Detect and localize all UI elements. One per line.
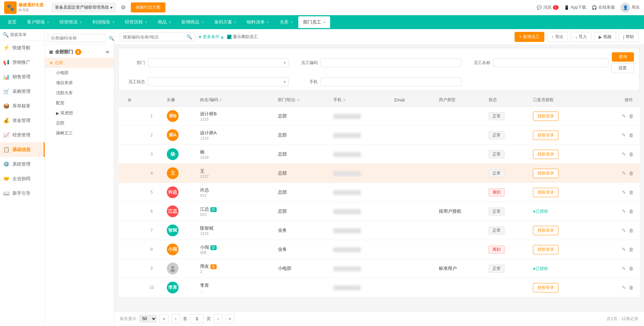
- tab-operations[interactable]: 经营情况 ×: [55, 16, 87, 28]
- tab-barcode[interactable]: 条码方案 ×: [209, 16, 241, 28]
- sidebar-item-quick-nav[interactable]: ⚡ 快捷导航: [0, 41, 45, 55]
- close-icon[interactable]: ×: [145, 20, 147, 24]
- collapse-icon[interactable]: ≪: [105, 50, 110, 54]
- close-icon[interactable]: ×: [169, 20, 171, 24]
- auth-login-button[interactable]: 授权登录: [533, 226, 559, 235]
- sidebar-item-purchase[interactable]: 🛒 采购管理: [0, 84, 45, 99]
- edit-button[interactable]: ✎: [621, 265, 627, 272]
- close-icon[interactable]: ×: [323, 20, 325, 24]
- page-size-select[interactable]: 50 100: [139, 315, 157, 323]
- delete-button[interactable]: 🗑: [628, 151, 634, 158]
- sidebar-item-inventory[interactable]: 📦 库存核算: [0, 99, 45, 113]
- sidebar-item-guide[interactable]: 📖 新手引导: [0, 186, 45, 201]
- tree-node-chashuwang[interactable]: 插树王三: [45, 128, 114, 138]
- close-icon[interactable]: ×: [80, 20, 82, 24]
- search-input[interactable]: [123, 35, 185, 39]
- trial-button[interactable]: 体验行业方案: [131, 2, 165, 12]
- status-select[interactable]: [148, 77, 289, 86]
- auth-login-button[interactable]: 授权登录: [533, 188, 559, 197]
- add-employee-button[interactable]: + 新增员工: [515, 32, 544, 42]
- sidebar-item-system[interactable]: ⚙️ 系统管理: [0, 157, 45, 171]
- employee-name-input[interactable]: [493, 58, 608, 67]
- tab-bom[interactable]: 物料清单 ×: [242, 16, 274, 28]
- delete-button[interactable]: 🗑: [628, 284, 634, 291]
- show-resigned-checkbox[interactable]: [227, 35, 232, 39]
- sidebar-item-finance[interactable]: 💰 资金管理: [0, 113, 45, 128]
- more-filter-btn[interactable]: ▼ 更多条件 ▲: [198, 34, 224, 40]
- close-icon[interactable]: ×: [267, 20, 269, 24]
- export-button[interactable]: ↑ 导出: [547, 32, 568, 42]
- edit-button[interactable]: ✎: [621, 227, 627, 234]
- user-avatar[interactable]: 👤 用友: [620, 3, 640, 12]
- edit-button[interactable]: ✎: [621, 208, 627, 215]
- tab-goods[interactable]: 商品 ×: [153, 16, 176, 28]
- tab-customer[interactable]: 客户联络 ×: [22, 16, 54, 28]
- page-number-input[interactable]: [190, 314, 204, 323]
- last-page-button[interactable]: »: [225, 314, 234, 323]
- tab-history[interactable]: 经营历程 ×: [120, 16, 152, 28]
- app-download-btn[interactable]: 📱 App下载: [564, 5, 586, 10]
- online-service-btn[interactable]: 🎧 在线客服: [592, 5, 615, 10]
- tree-node-shenyang[interactable]: 沈阳大库: [45, 88, 114, 98]
- delete-button[interactable]: 🗑: [628, 227, 634, 234]
- view-button[interactable]: ▶ 视频: [594, 32, 616, 42]
- edit-button[interactable]: ✎: [621, 189, 627, 196]
- delete-button[interactable]: 🗑: [628, 265, 634, 272]
- close-icon[interactable]: ×: [201, 20, 203, 24]
- search-button[interactable]: 查询: [612, 52, 634, 62]
- help-button[interactable]: | 帮助: [619, 32, 638, 42]
- close-icon[interactable]: ×: [291, 20, 293, 24]
- tree-node-small-electric[interactable]: 小电部: [45, 68, 114, 78]
- sidebar-item-basic-info[interactable]: 📋 基础信息: [0, 142, 45, 157]
- auth-login-button[interactable]: 授权登录: [533, 245, 559, 254]
- close-icon[interactable]: ×: [234, 20, 236, 24]
- prev-page-button[interactable]: ‹: [171, 314, 180, 323]
- edit-button[interactable]: ✎: [621, 170, 627, 177]
- system-selector[interactable]: 装备及固定资产辅助管理系统 ▾: [52, 3, 116, 12]
- nav-search-input[interactable]: [10, 32, 45, 37]
- delete-button[interactable]: 🗑: [628, 246, 634, 253]
- col-dept-position[interactable]: 部门/职位 ⇅: [274, 94, 329, 107]
- auth-login-button[interactable]: 授权登录: [533, 150, 559, 159]
- tree-node-shuanghu[interactable]: ▶ 双虎想: [45, 108, 114, 118]
- dept-select[interactable]: [148, 58, 289, 67]
- dept-search-input[interactable]: [48, 34, 106, 42]
- tree-node-distribution[interactable]: 配货: [45, 98, 114, 108]
- tab-warehouse[interactable]: 仓库 ×: [275, 16, 298, 28]
- sidebar-item-sales[interactable]: 📊 销售管理: [0, 70, 45, 84]
- auth-login-button[interactable]: 授权登录: [533, 169, 559, 178]
- reset-button[interactable]: 设置: [611, 63, 634, 73]
- first-page-button[interactable]: «: [160, 314, 169, 323]
- phone-input[interactable]: [320, 77, 461, 86]
- delete-button[interactable]: 🗑: [628, 189, 634, 196]
- delete-button[interactable]: 🗑: [628, 208, 634, 215]
- tree-node-project-storage[interactable]: 项目库房: [45, 78, 114, 88]
- tab-home[interactable]: 首页: [3, 16, 21, 28]
- message-btn[interactable]: 💬 消息 5: [537, 5, 559, 10]
- delete-button[interactable]: 🗑: [628, 113, 634, 120]
- auth-login-button[interactable]: 授权登录: [533, 112, 559, 121]
- sidebar-item-collab[interactable]: 🤝 企业协同: [0, 171, 45, 186]
- delete-button[interactable]: 🗑: [628, 132, 634, 139]
- auth-login-button[interactable]: 授权登录: [533, 131, 559, 140]
- import-button[interactable]: ↓ 导入: [571, 32, 591, 42]
- sidebar-item-marketing[interactable]: 📢 营销推广: [0, 55, 45, 70]
- tree-node-head2[interactable]: 总部: [45, 118, 114, 128]
- next-page-button[interactable]: ›: [214, 314, 223, 323]
- edit-button[interactable]: ✎: [621, 132, 627, 139]
- edit-button[interactable]: ✎: [621, 284, 627, 291]
- close-icon[interactable]: ×: [112, 20, 115, 24]
- col-name-code[interactable]: 姓名/编码 ⇅: [196, 94, 273, 107]
- col-phone[interactable]: 手机 ⇅: [329, 94, 390, 107]
- tab-add-goods[interactable]: 新增商品 ×: [176, 16, 208, 28]
- tree-node-head[interactable]: ▼ 总部: [45, 58, 114, 68]
- sidebar-item-management[interactable]: 📈 经营管理: [0, 128, 45, 142]
- tab-profit[interactable]: 利润报告 ×: [88, 16, 119, 28]
- settings-icon[interactable]: ⚙: [128, 98, 131, 103]
- close-icon[interactable]: ×: [47, 20, 49, 24]
- employee-code-input[interactable]: [320, 58, 461, 67]
- edit-button[interactable]: ✎: [621, 113, 627, 120]
- auth-login-button[interactable]: 授权登录: [533, 283, 559, 292]
- settings-icon[interactable]: ⚙: [118, 3, 128, 12]
- edit-button[interactable]: ✎: [621, 151, 627, 158]
